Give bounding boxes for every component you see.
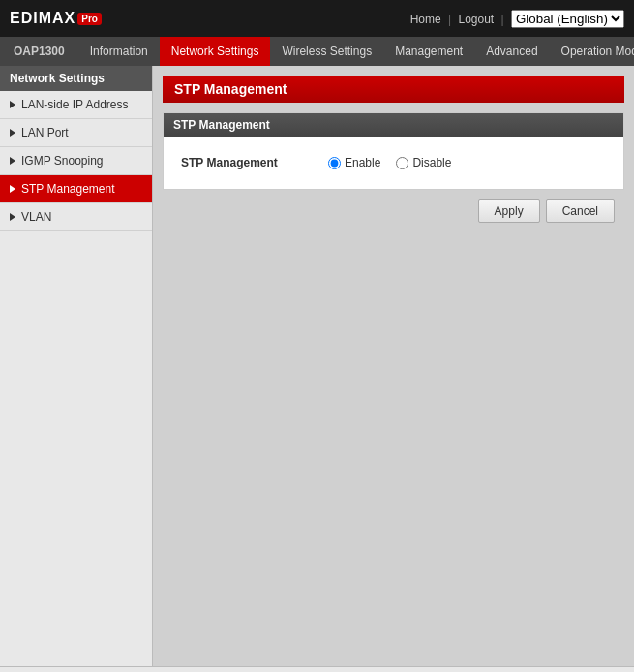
separator1: | — [448, 13, 451, 26]
sidebar-item-label: IGMP Snooping — [21, 154, 104, 168]
footer: Copyright 2017 © EDIMAX Technology Co., … — [0, 666, 634, 672]
separator2: | — [501, 13, 504, 26]
sidebar: Network Settings LAN-side IP Address LAN… — [0, 66, 153, 666]
stp-management-label: STP Management — [173, 156, 328, 169]
arrow-icon — [10, 129, 15, 137]
arrow-icon — [10, 157, 15, 165]
enable-label: Enable — [345, 156, 380, 169]
nav-item-wireless-settings[interactable]: Wireless Settings — [270, 37, 383, 66]
nav-item-operation-mode[interactable]: Operation Mode — [550, 37, 634, 66]
disable-label: Disable — [412, 156, 451, 169]
disable-option[interactable]: Disable — [396, 156, 451, 169]
logo-text: EDIMAX — [10, 10, 75, 27]
layout: Network Settings LAN-side IP Address LAN… — [0, 66, 634, 666]
sidebar-item-lan-port[interactable]: LAN Port — [0, 119, 152, 147]
header: EDIMAX Pro Home | Logout | Global (Engli… — [0, 0, 634, 37]
logout-link[interactable]: Logout — [458, 13, 494, 26]
disable-radio[interactable] — [396, 157, 408, 169]
device-label: OAP1300 — [0, 37, 78, 66]
enable-option[interactable]: Enable — [328, 156, 380, 169]
nav-item-network-settings[interactable]: Network Settings — [160, 37, 271, 66]
enable-radio[interactable] — [328, 157, 341, 169]
arrow-icon — [10, 101, 15, 108]
sidebar-item-label: LAN-side IP Address — [21, 98, 129, 111]
sidebar-item-label: LAN Port — [21, 126, 69, 139]
section-body: STP Management Enable Disable — [164, 137, 623, 189]
nav-item-information[interactable]: Information — [78, 37, 160, 66]
stp-management-box: STP Management STP Management Enable Dis… — [163, 112, 624, 190]
sidebar-item-vlan[interactable]: VLAN — [0, 203, 152, 231]
main-nav: OAP1300 Information Network Settings Wir… — [0, 37, 634, 66]
section-header: STP Management — [164, 113, 623, 137]
nav-item-management[interactable]: Management — [383, 37, 474, 66]
cancel-button[interactable]: Cancel — [546, 199, 615, 223]
button-bar: Apply Cancel — [163, 190, 624, 229]
arrow-icon — [10, 213, 15, 221]
main-content: STP Management STP Management STP Manage… — [153, 66, 634, 666]
sidebar-item-igmp-snooping[interactable]: IGMP Snooping — [0, 147, 152, 175]
sidebar-item-label: STP Management — [21, 182, 115, 196]
sidebar-item-stp-management[interactable]: STP Management — [0, 175, 152, 203]
sidebar-item-lan-side-ip[interactable]: LAN-side IP Address — [0, 91, 152, 119]
logo-area: EDIMAX Pro — [10, 10, 102, 27]
language-select[interactable]: Global (English) — [511, 10, 624, 28]
nav-item-advanced[interactable]: Advanced — [474, 37, 549, 66]
stp-management-row: STP Management Enable Disable — [173, 150, 614, 175]
arrow-icon — [10, 185, 15, 193]
page-title: STP Management — [163, 76, 624, 103]
apply-button[interactable]: Apply — [478, 199, 540, 223]
header-nav: Home | Logout | Global (English) — [410, 10, 624, 28]
home-link[interactable]: Home — [410, 13, 441, 26]
sidebar-item-label: VLAN — [21, 210, 51, 224]
radio-group: Enable Disable — [328, 156, 451, 169]
sidebar-title: Network Settings — [0, 66, 152, 91]
logo-pro: Pro — [77, 13, 102, 25]
